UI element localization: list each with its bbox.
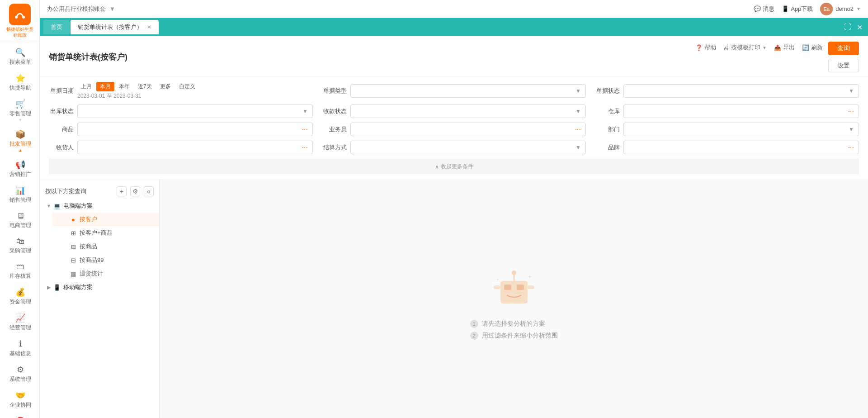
sidebar-item-system[interactable]: ⚙ 系统管理	[0, 361, 39, 387]
goods-input[interactable]: ···	[77, 123, 313, 136]
sidebar-item-search[interactable]: 🔍 搜索菜单	[0, 44, 39, 70]
sidebar-item-newbie[interactable]: 🎯 新手引导	[0, 413, 39, 418]
main-area: 办公用品行业模拟账套 ▼ 💬 消息 📱 App下载 Ea demo2 ▼ 首	[40, 0, 868, 418]
empty-tip-2: 2 用过滤条件来缩小分析范围	[470, 332, 558, 340]
logo-text: 畅捷信好生意 标账版	[6, 26, 33, 38]
tree-item-return-stat[interactable]: ▦ 退货统计	[52, 267, 159, 280]
marketing-icon: 📢	[15, 160, 25, 170]
out-status-input[interactable]: ▼	[77, 104, 313, 118]
collapse-panel-button[interactable]: «	[144, 186, 154, 196]
header-left: 办公用品行业模拟账套 ▼	[47, 5, 115, 13]
tab-close-icon[interactable]: ✕	[147, 24, 151, 30]
empty-tip-1: 1 请先选择要分析的方案	[470, 320, 558, 328]
sidebar-item-wholesale[interactable]: 📦 批发管理 ▲	[0, 126, 39, 156]
left-panel-header: 按以下方案查询 + ⚙ «	[40, 184, 159, 199]
doc-type-label: 单据类型	[322, 87, 347, 95]
sidebar-item-operation[interactable]: 📈 经营管理	[0, 309, 39, 335]
ecommerce-icon: 🖥	[16, 211, 24, 221]
empty-illustration: ✦ ✦	[487, 258, 541, 313]
date-range: 2023-03-01 至 2023-03-31	[77, 92, 313, 100]
sidebar-item-ecommerce[interactable]: 🖥 电商管理	[0, 208, 39, 233]
date-btn-7days[interactable]: 近7天	[134, 82, 156, 91]
user-icon: ●	[69, 215, 78, 224]
receiver-input[interactable]: ···	[77, 141, 313, 154]
svg-point-6	[512, 271, 516, 275]
sidebar-item-marketing[interactable]: 📢 营销推广	[0, 156, 39, 182]
tree-item-by-customer[interactable]: ● 按客户	[52, 213, 159, 226]
sidebar-item-inventory[interactable]: 🗃 库存核算	[0, 258, 39, 284]
tab-sales-stat[interactable]: 销货单统计表（按客户） ✕	[71, 20, 159, 34]
settings-button[interactable]: 设置	[828, 59, 859, 72]
svg-text:✦: ✦	[528, 274, 532, 280]
chevron-up-icon: ▲	[19, 148, 23, 152]
grid-icon: ⊞	[69, 228, 78, 238]
tree-item-by-customer-goods[interactable]: ⊞ 按客户+商品	[52, 226, 159, 240]
filter-salesperson: 业务员 ···	[322, 123, 586, 136]
tree-item-by-goods-99[interactable]: ⊟ 按商品99	[52, 253, 159, 267]
app-download-button[interactable]: 📱 App下载	[782, 5, 813, 13]
sidebar-item-enterprise[interactable]: 🤝 企业协同	[0, 387, 39, 413]
mobile-icon: 📱	[52, 283, 61, 292]
goods-label: 商品	[49, 125, 74, 133]
doc-status-input[interactable]: ▼	[623, 84, 859, 98]
tree-item-desktop[interactable]: ▼ 💻 电脑端方案	[40, 199, 159, 213]
page-header: 销货单统计表(按客户) ❓ 帮助 🖨 按模板打印 ▼ 📤 导出	[40, 36, 868, 76]
more-icon: ···	[575, 125, 581, 133]
settle-input[interactable]: ▼	[350, 141, 586, 154]
receive-status-input[interactable]: ▼	[350, 104, 586, 118]
sales-icon: 📊	[15, 185, 25, 195]
export-icon: 📤	[774, 44, 781, 51]
date-btn-last-month[interactable]: 上月	[77, 82, 95, 91]
sidebar-item-basic[interactable]: ℹ 基础信息	[0, 335, 39, 361]
warehouse-label: 仓库	[595, 107, 620, 115]
date-label: 单据日期	[49, 87, 74, 95]
filter-doc-status: 单据状态 ▼	[595, 82, 859, 100]
filter-row-4: 收货人 ··· 结算方式 ▼ 品牌	[49, 141, 859, 154]
tab-expand-button[interactable]: ⛶	[841, 21, 854, 33]
print-button[interactable]: 🖨 按模板打印 ▼	[723, 43, 767, 52]
left-panel-title: 按以下方案查询	[45, 187, 86, 195]
sidebar-item-purchase[interactable]: 🛍 采购管理	[0, 233, 39, 258]
date-btn-custom[interactable]: 自定义	[175, 82, 199, 91]
salesperson-input[interactable]: ···	[350, 123, 586, 136]
svg-rect-2	[500, 281, 528, 304]
chevron-up-icon: ∧	[435, 164, 439, 170]
message-button[interactable]: 💬 消息	[754, 5, 774, 13]
filter-doc-type: 单据类型 ▼	[322, 82, 586, 100]
more-icon: ···	[302, 125, 308, 133]
export-button[interactable]: 📤 导出	[774, 43, 795, 52]
filter-receiver: 收货人 ···	[49, 141, 313, 154]
tree-item-mobile[interactable]: ▶ 📱 移动端方案	[40, 280, 159, 294]
svg-rect-8	[528, 285, 534, 289]
more-icon: ···	[848, 107, 854, 115]
sidebar-item-sales[interactable]: 📊 销售管理	[0, 182, 39, 208]
date-btn-more[interactable]: 更多	[156, 82, 175, 91]
logo-icon	[9, 4, 31, 25]
tree-section-mobile: ▶ 📱 移动端方案	[40, 280, 159, 294]
sidebar-item-finance[interactable]: 💰 资金管理	[0, 284, 39, 309]
page-title: 销货单统计表(按客户)	[49, 52, 127, 62]
svg-rect-7	[494, 285, 500, 289]
sidebar-item-retail[interactable]: 🛒 零售管理 ▼	[0, 95, 39, 126]
help-button[interactable]: ❓ 帮助	[695, 43, 716, 52]
tab-home[interactable]: 首页	[43, 20, 70, 34]
user-menu[interactable]: Ea demo2 ▼	[820, 3, 861, 15]
tree-item-by-goods[interactable]: ⊟ 按商品	[52, 240, 159, 253]
query-button[interactable]: 查询	[828, 42, 859, 55]
collapse-bar[interactable]: ∧ 收起更多条件	[49, 159, 859, 174]
dept-input[interactable]: ▼	[623, 123, 859, 136]
date-btn-this-year[interactable]: 本年	[115, 82, 133, 91]
settings-scheme-button[interactable]: ⚙	[130, 186, 140, 196]
brand-input[interactable]: ···	[623, 141, 859, 154]
tab-close-all-button[interactable]: ✕	[855, 23, 864, 32]
newbie-icon: 🎯	[15, 416, 25, 418]
empty-tips: 1 请先选择要分析的方案 2 用过滤条件来缩小分析范围	[470, 320, 558, 340]
refresh-button[interactable]: 🔄 刷新	[802, 43, 823, 52]
dropdown-icon: ▼	[576, 88, 581, 94]
warehouse-input[interactable]: ···	[623, 104, 859, 118]
dropdown-arrow-icon[interactable]: ▼	[109, 5, 115, 12]
add-scheme-button[interactable]: +	[117, 186, 127, 196]
doc-type-input[interactable]: ▼	[350, 84, 586, 98]
sidebar-item-quick-nav[interactable]: ⭐ 快捷导航	[0, 70, 39, 95]
date-btn-this-month[interactable]: 本月	[96, 82, 114, 91]
